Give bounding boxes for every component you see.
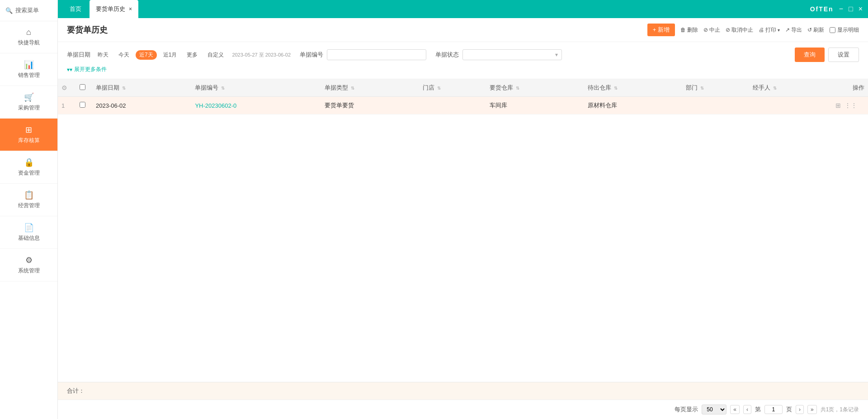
col-request-warehouse: 要货仓库 ⇅ xyxy=(486,79,584,97)
sidebar-item-system-label: 系统管理 xyxy=(18,267,40,275)
sidebar-item-system[interactable]: ⚙ 系统管理 xyxy=(0,249,57,281)
filter-expand-row: ▾▾ 展开更多条件 xyxy=(67,66,859,73)
filter-date: 单据日期 昨天 今天 近7天 近1月 更多 自定义 2023-05-27 至 2… xyxy=(67,50,291,60)
maximize-icon[interactable]: □ xyxy=(849,5,853,13)
sort-bill-no-icon[interactable]: ⇅ xyxy=(221,86,225,90)
row-checkbox-cell xyxy=(76,97,92,114)
stop-icon: ⊘ xyxy=(703,27,708,33)
page-header: 要货单历史 + 新增 🗑 删除 ⊘ 中止 ⊘ 取消中止 🖨 打印 ▾ ↗ xyxy=(58,18,868,42)
col-bill-type: 单据类型 ⇅ xyxy=(321,79,419,97)
sort-bill-date-icon[interactable]: ⇅ xyxy=(122,86,126,90)
export-button[interactable]: ↗ 导出 xyxy=(785,26,802,34)
filter-action-btns: 查询 设置 xyxy=(795,48,859,62)
date-btn-today[interactable]: 今天 xyxy=(115,50,133,60)
refresh-label: 刷新 xyxy=(813,26,824,34)
sort-bill-type-icon[interactable]: ⇅ xyxy=(351,86,354,90)
col-bill-no-label: 单据编号 xyxy=(195,84,218,91)
sort-request-warehouse-icon[interactable]: ⇅ xyxy=(516,86,519,90)
display-detail-toggle[interactable]: 显示明细 xyxy=(830,26,859,34)
row-request-warehouse: 车间库 xyxy=(486,97,584,114)
sort-department-icon[interactable]: ⇅ xyxy=(700,86,704,90)
col-department-label: 部门 xyxy=(686,84,698,91)
sidebar-item-inventory[interactable]: ⊞ 库存核算 xyxy=(0,119,57,151)
operations-icon: 📋 xyxy=(24,190,34,200)
display-detail-checkbox[interactable] xyxy=(830,27,835,33)
col-handler-label: 经手人 xyxy=(753,84,770,91)
per-page-select[interactable]: 50 100 200 xyxy=(702,405,726,414)
print-icon: 🖨 xyxy=(759,27,764,33)
sidebar-item-operations[interactable]: 📋 经营管理 xyxy=(0,184,57,216)
sidebar-item-finance[interactable]: 🔒 资金管理 xyxy=(0,151,57,184)
tab-close-icon[interactable]: × xyxy=(129,6,132,12)
date-btn-custom[interactable]: 自定义 xyxy=(204,50,227,60)
page-prefix-label: 第 xyxy=(755,405,761,414)
row-store xyxy=(419,97,486,114)
display-detail-label: 显示明细 xyxy=(837,26,859,34)
col-bill-no: 单据编号 ⇅ xyxy=(191,79,321,97)
col-handler: 经手人 ⇅ xyxy=(749,79,832,97)
tab-home-label: 首页 xyxy=(70,5,81,13)
page-total-info: 共1页，1条记录 xyxy=(821,406,859,414)
status-select[interactable]: ▾ xyxy=(462,49,562,60)
filter-status: 单据状态 ▾ xyxy=(435,49,562,60)
topbar-right: OfTEn − □ × xyxy=(810,5,863,13)
prev-page-btn[interactable]: ‹ xyxy=(743,405,751,414)
date-btn-7days[interactable]: 近7天 xyxy=(136,50,157,60)
sort-pending-warehouse-icon[interactable]: ⇅ xyxy=(614,86,618,90)
window-close-icon[interactable]: × xyxy=(859,5,863,13)
next-page-btn[interactable]: › xyxy=(796,405,804,414)
expand-filter-button[interactable]: ▾▾ 展开更多条件 xyxy=(67,66,107,73)
col-pending-warehouse: 待出仓库 ⇅ xyxy=(584,79,682,97)
minimize-icon[interactable]: − xyxy=(839,5,843,13)
export-label: 导出 xyxy=(791,26,802,34)
table-body: 1 2023-06-02 YH-20230602-0 要货单要货 车间库 原材料… xyxy=(58,97,868,114)
date-btn-more[interactable]: 更多 xyxy=(183,50,201,60)
query-button[interactable]: 查询 xyxy=(795,48,825,62)
bill-no-link[interactable]: YH-20230602-0 xyxy=(195,102,236,109)
row-bill-date: 2023-06-02 xyxy=(92,97,191,114)
row-num: 1 xyxy=(58,97,76,114)
date-btn-yesterday[interactable]: 昨天 xyxy=(94,50,112,60)
col-settings-icon[interactable]: ⚙ xyxy=(61,84,67,91)
add-button[interactable]: + 新增 xyxy=(647,24,675,36)
stop-label: 中止 xyxy=(709,26,720,34)
search-icon: 🔍 xyxy=(5,7,13,14)
row-more-icon[interactable]: ⋮⋮ xyxy=(844,102,857,109)
sidebar-item-quick-nav[interactable]: ⌂ 快捷导航 xyxy=(0,21,57,53)
print-arrow-icon: ▾ xyxy=(778,28,780,33)
first-page-btn[interactable]: « xyxy=(730,405,740,414)
stop-button[interactable]: ⊘ 中止 xyxy=(703,26,720,34)
col-action-label: 操作 xyxy=(853,84,864,91)
sidebar-item-purchase[interactable]: 🛒 采购管理 xyxy=(0,86,57,119)
tab-bill-history-label: 要货单历史 xyxy=(96,5,125,13)
bill-no-input[interactable] xyxy=(327,49,426,60)
sort-store-icon[interactable]: ⇅ xyxy=(437,86,441,90)
row-edit-icon[interactable]: ⊞ xyxy=(835,102,841,109)
sort-handler-icon[interactable]: ⇅ xyxy=(773,86,777,90)
sidebar-item-sales[interactable]: 📊 销售管理 xyxy=(0,53,57,86)
sidebar-item-basic-label: 基础信息 xyxy=(18,234,40,242)
filter-row-1: 单据日期 昨天 今天 近7天 近1月 更多 自定义 2023-05-27 至 2… xyxy=(67,48,859,62)
sidebar-search[interactable]: 🔍 搜索菜单 xyxy=(0,0,57,21)
tab-bill-history[interactable]: 要货单历史 × xyxy=(90,0,138,18)
print-button[interactable]: 🖨 打印 ▾ xyxy=(759,26,780,34)
last-page-btn[interactable]: » xyxy=(807,405,817,414)
main-content: 首页 要货单历史 × OfTEn − □ × 要货单历史 + 新增 🗑 删除 ⊘… xyxy=(58,0,868,419)
per-page-label: 每页显示 xyxy=(675,405,698,414)
home-icon: ⌂ xyxy=(26,28,31,37)
settings-button[interactable]: 设置 xyxy=(828,48,859,62)
date-btn-1month[interactable]: 近1月 xyxy=(160,50,181,60)
refresh-button[interactable]: ↺ 刷新 xyxy=(807,26,824,34)
cancel-stop-button[interactable]: ⊘ 取消中止 xyxy=(726,26,753,34)
delete-label: 删除 xyxy=(687,26,698,34)
select-all-checkbox[interactable] xyxy=(80,84,85,90)
page-number-input[interactable] xyxy=(764,405,783,414)
row-action: ⊞ ⋮⋮ xyxy=(832,97,868,114)
sidebar-item-basic[interactable]: 📄 基础信息 xyxy=(0,216,57,249)
cancel-stop-label: 取消中止 xyxy=(731,26,753,34)
delete-button[interactable]: 🗑 删除 xyxy=(680,26,698,34)
tab-home[interactable]: 首页 xyxy=(63,0,88,18)
system-icon: ⚙ xyxy=(25,255,33,265)
row-checkbox[interactable] xyxy=(80,102,85,108)
sidebar-item-operations-label: 经营管理 xyxy=(18,202,40,210)
